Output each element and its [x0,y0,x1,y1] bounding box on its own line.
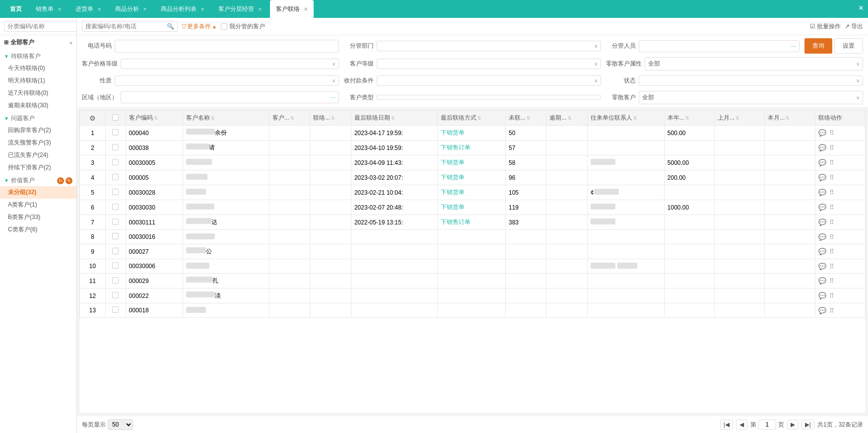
action-chat-icon[interactable]: 💬 [818,174,826,181]
dept-select[interactable]: ∨ [377,41,601,51]
action-chat-icon[interactable]: 💬 [818,263,826,270]
action-more-icon[interactable]: ⠿ [829,307,834,314]
sidebar-item-ungrouped[interactable]: 未分组(32) [0,186,76,199]
page-number-input[interactable] [758,420,776,430]
table-settings-icon[interactable]: ⚙ [89,114,96,122]
region-more-icon[interactable]: ··· [331,94,335,101]
tab-analysis-close[interactable]: ✕ [143,6,147,12]
action-more-icon[interactable]: ⠿ [829,218,834,226]
sidebar-item-tomorrow-pending[interactable]: 明天待联络(1) [0,74,76,87]
payment-select[interactable]: ∨ [377,75,601,86]
row-checkbox[interactable] [112,174,119,180]
last-method-link[interactable]: 下销货单 [441,129,465,136]
row-checkbox[interactable] [112,306,119,313]
row-checkbox[interactable] [112,248,119,254]
tab-customer-contact-close[interactable]: ✕ [304,6,308,12]
tab-purchase-close[interactable]: ✕ [97,6,101,12]
tab-customer-mgmt-close[interactable]: ✕ [258,6,262,12]
action-more-icon[interactable]: ⠿ [829,174,834,181]
row-checkbox[interactable] [112,292,119,298]
col-overdue-header[interactable]: 逾期...⇅ [546,111,587,126]
batch-ops-btn[interactable]: ☑ 批量操作 [810,22,841,31]
sidebar-item-churned[interactable]: 已流失客户(24) [0,149,76,161]
per-page-select[interactable]: 50 100 200 [108,419,133,430]
action-chat-icon[interactable]: 💬 [818,204,826,211]
col-unit-contacts-header[interactable]: 往来单位联系人⇅ [587,111,664,126]
tab-purchase[interactable]: 进货单 ✕ [69,0,107,18]
action-more-icon[interactable]: ⠿ [829,292,834,299]
sidebar-item-overdue-pending[interactable]: 逾期未联络(30) [0,99,76,112]
col-type-header[interactable]: 客户...⇅ [269,111,310,126]
row-checkbox[interactable] [112,159,119,165]
action-more-icon[interactable]: ⠿ [829,277,834,285]
row-checkbox[interactable] [112,129,119,136]
last-method-link[interactable]: 下销售订单 [441,218,470,225]
sidebar-item-7day-pending[interactable]: 近7天待联络(0) [0,87,76,99]
value-section-header[interactable]: ▼ 价值客户 ↻ ✎ [0,174,76,186]
col-last-method-header[interactable]: 最后联络方式⇅ [437,111,505,126]
problem-section-header[interactable]: ▼ 问题客户 [0,112,76,124]
col-last-date-header[interactable]: 最后联络日期⇅ [351,111,437,126]
last-method-link[interactable]: 下销货单 [441,204,465,211]
action-more-icon[interactable]: ⠿ [829,159,834,166]
action-chat-icon[interactable]: 💬 [818,248,826,255]
col-name-header[interactable]: 客户名称⇅ [183,111,269,126]
action-chat-icon[interactable]: 💬 [818,144,826,151]
tab-analysis[interactable]: 商品分析 ✕ [109,0,153,18]
tab-sales-close[interactable]: ✕ [58,6,62,12]
reset-button[interactable]: 设置 [834,38,863,54]
price-level-select[interactable]: ∨ [121,59,339,69]
row-checkbox[interactable] [112,144,119,150]
sidebar-item-class-c[interactable]: C类客户(6) [0,223,76,236]
action-more-icon[interactable]: ⠿ [829,233,834,241]
action-chat-icon[interactable]: 💬 [818,218,826,226]
action-chat-icon[interactable]: 💬 [818,233,826,241]
row-checkbox[interactable] [112,277,119,284]
last-method-link[interactable]: 下销货单 [441,174,465,181]
row-checkbox[interactable] [112,262,119,269]
action-more-icon[interactable]: ⠿ [829,204,834,211]
more-conditions-btn[interactable]: ▽ 更多条件 ▲ [182,22,217,31]
zero-attr-select[interactable]: 全部 ∨ [645,57,863,71]
window-close-icon[interactable]: ✕ [858,4,864,12]
tab-home[interactable]: 首页 [4,0,28,18]
row-checkbox[interactable] [112,204,119,210]
phone-input[interactable] [115,40,339,53]
next-page-btn[interactable]: ▶ [787,420,799,430]
last-method-link[interactable]: 下销货单 [441,159,465,166]
tab-analysis-list[interactable]: 商品分析列表 ✕ [155,0,210,18]
sidebar-item-abnormal[interactable]: 回购异常客户(2) [0,124,76,137]
sidebar-item-today-pending[interactable]: 今天待联络(0) [0,62,76,74]
manager-select[interactable]: ··· [639,40,800,52]
sidebar-collapse-icon[interactable]: « [69,40,72,46]
col-contact-header[interactable]: 联络...⇅ [310,111,351,126]
query-button[interactable]: 查询 [804,38,832,54]
prev-page-btn[interactable]: ◀ [736,420,747,430]
last-method-link[interactable]: 下销售订单 [441,144,470,151]
col-this-month-header[interactable]: 本月...⇅ [765,111,815,126]
action-chat-icon[interactable]: 💬 [818,292,826,299]
sidebar-item-churn-warning[interactable]: 流失预警客户(3) [0,137,76,149]
my-customers-toggle[interactable]: 我分管的客户 [221,22,265,31]
tab-customer-contact[interactable]: 客户联络 ✕ [270,0,314,18]
row-checkbox[interactable] [112,189,119,195]
status-select[interactable]: ∨ [639,75,863,86]
last-method-link[interactable]: 下销货单 [441,189,465,196]
sidebar-search-input[interactable] [4,21,77,32]
action-more-icon[interactable]: ⠿ [829,263,834,270]
action-chat-icon[interactable]: 💬 [818,307,826,314]
my-customers-checkbox[interactable] [221,23,227,30]
customer-type-select[interactable] [377,95,601,100]
value-edit-icon[interactable]: ✎ [66,177,72,184]
export-btn[interactable]: ↗ 导出 [845,22,863,31]
all-customers-header[interactable]: ⊞ 全部客户 « [0,35,76,50]
action-chat-icon[interactable]: 💬 [818,189,826,196]
row-checkbox[interactable] [112,233,119,239]
first-page-btn[interactable]: |◀ [720,420,733,430]
action-chat-icon[interactable]: 💬 [818,159,826,166]
col-code-header[interactable]: 客户编码⇅ [126,111,183,126]
region-select[interactable]: ··· [121,91,339,103]
tab-sales[interactable]: 销售单 ✕ [30,0,67,18]
action-more-icon[interactable]: ⠿ [829,129,834,137]
action-chat-icon[interactable]: 💬 [818,129,826,137]
